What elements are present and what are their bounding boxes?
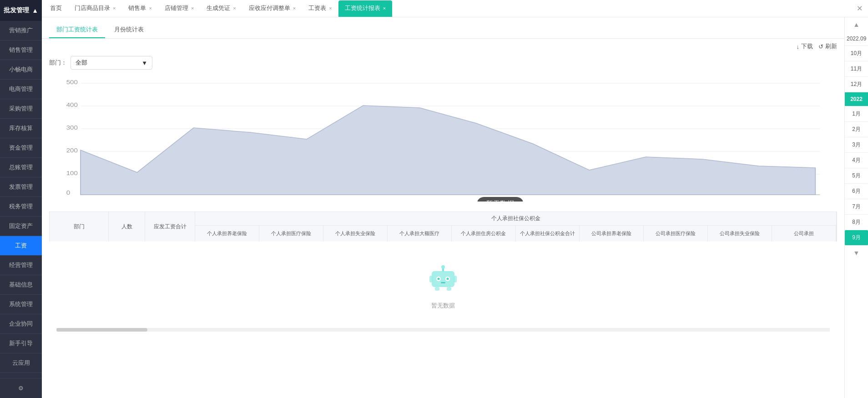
tab-店铺管理[interactable]: 店铺管理× [158,0,200,17]
right-panel-item-7月[interactable]: 7月 [845,199,868,215]
refresh-button[interactable]: ↺ 刷新 [818,42,837,50]
sidebar-item-系统管理[interactable]: 系统管理 [0,295,42,314]
tab-close-icon[interactable]: × [149,5,151,11]
sidebar-item-工资[interactable]: 工资 [0,236,42,256]
tab-close-all-icon[interactable]: ✕ [853,2,866,15]
sidebar-item-企业协同[interactable]: 企业协同 [0,314,42,334]
th-personal-medical: 个人承担医疗保险 [259,226,323,242]
empty-state: 暂无数据 [49,242,837,328]
sub-tab-部门工资统计表[interactable]: 部门工资统计表 [49,22,105,38]
download-button[interactable]: ↓ 下载 [797,42,813,50]
sidebar-item-采购管理[interactable]: 采购管理 [0,99,42,119]
tab-生成凭证[interactable]: 生成凭证× [200,0,242,17]
th-company-misc: 公司承担 [772,226,836,242]
tab-工资表[interactable]: 工资表× [302,0,338,17]
table-header: 部门 人数 应发工资合计 个人承担社保公积金 个人承担养老保险 个人承担医疗保险… [49,212,837,242]
salary-chart: 500 400 300 200 100 0 [49,79,837,202]
download-icon: ↓ [797,43,800,50]
svg-point-20 [447,278,449,280]
nav-down-icon[interactable]: ▼ [845,246,868,260]
right-panel-item-1月[interactable]: 1月 [845,106,868,122]
tab-bar: 首页门店商品目录×销售单×店铺管理×生成凭证×应收应付调整单×工资表×工资统计报… [42,0,868,17]
right-panel-item-4月[interactable]: 4月 [845,153,868,168]
sidebar-arrow-icon: ▲ [32,7,38,14]
th-personal-housing: 个人承担住房公积金 [452,226,516,242]
right-panel-item-2月[interactable]: 2月 [845,122,868,137]
filter-dept-label: 部门： [49,59,67,67]
sidebar-item-库存核算[interactable]: 库存核算 [0,119,42,138]
tab-应收应付调整单[interactable]: 应收应付调整单× [242,0,302,17]
empty-text: 暂无数据 [431,302,455,310]
right-panel-item-2022[interactable]: 2022 [845,92,868,106]
sidebar-item-税务管理[interactable]: 税务管理 [0,197,42,217]
right-panel-item-6月[interactable]: 6月 [845,184,868,199]
th-personal-major-medical: 个人承担大额医疗 [388,226,452,242]
sidebar-item-固定资产[interactable]: 固定资产 [0,217,42,236]
chevron-down-icon: ▼ [141,60,147,66]
empty-robot-icon [425,260,461,296]
tab-close-icon[interactable]: × [191,5,194,11]
th-personal-unemployment: 个人承担失业保险 [323,226,388,242]
svg-marker-12 [81,106,815,195]
settings-icon: ⚙ [18,385,24,392]
th-company-unemployment: 公司承担失业保险 [708,226,772,242]
sidebar-item-资金管理[interactable]: 资金管理 [0,138,42,158]
page-content: 部门工资统计表月份统计表 ↓ 下载 ↺ 刷新 部门： 全部 ▼ [42,17,844,398]
svg-text:300: 300 [66,125,78,131]
right-panel-item-5月[interactable]: 5月 [845,168,868,184]
svg-point-19 [438,278,440,280]
tab-close-icon[interactable]: × [383,5,386,11]
sidebar-item-小畅电商[interactable]: 小畅电商 [0,60,42,80]
sidebar-items: 营销推广销售管理小畅电商电商管理采购管理库存核算资金管理总账管理发票管理税务管理… [0,21,42,373]
right-panel-item-2022.09[interactable]: 2022.09 [845,32,868,46]
sidebar-item-销售管理[interactable]: 销售管理 [0,40,42,60]
tab-工资统计报表[interactable]: 工资统计报表× [338,0,392,17]
nav-up-icon[interactable]: ▲ [845,17,868,32]
sidebar-item-营销推广[interactable]: 营销推广 [0,21,42,40]
right-panel-item-8月[interactable]: 8月 [845,215,868,230]
tab-close-icon[interactable]: × [113,5,116,11]
svg-rect-21 [441,282,445,283]
sidebar-item-发票管理[interactable]: 发票管理 [0,177,42,197]
right-panel-item-10月[interactable]: 10月 [845,46,868,61]
scroll-thumb[interactable] [56,328,147,332]
tab-close-icon[interactable]: × [293,5,296,11]
main: 首页门店商品目录×销售单×店铺管理×生成凭证×应收应付调整单×工资表×工资统计报… [42,0,868,398]
sidebar-title: 批发管理 [4,6,29,15]
horizontal-scrollbar[interactable] [56,328,830,332]
tab-首页[interactable]: 首页 [44,0,68,17]
sidebar-item-总账管理[interactable]: 总账管理 [0,158,42,177]
svg-text:暂无数据: 暂无数据 [486,200,515,202]
right-panel-item-9月[interactable]: 9月 [845,230,868,246]
sidebar-footer[interactable]: ⚙ [0,378,42,398]
sidebar-item-新手引导[interactable]: 新手引导 [0,334,42,353]
th-personal-pension: 个人承担养老保险 [195,226,259,242]
th-group-personal-cells: 个人承担养老保险 个人承担医疗保险 个人承担失业保险 个人承担大额医疗 个人承担… [195,226,836,242]
sidebar-header[interactable]: 批发管理 ▲ [0,0,42,21]
svg-point-23 [441,265,445,269]
tab-close-icon[interactable]: × [329,5,332,11]
th-salary: 应发工资合计 [145,212,195,242]
svg-text:500: 500 [66,79,78,85]
sub-tab-月份统计表[interactable]: 月份统计表 [107,22,151,38]
sidebar-item-基础信息[interactable]: 基础信息 [0,275,42,295]
th-dept: 部门 [50,212,109,242]
chart-area: 500 400 300 200 100 0 [42,75,844,212]
filter-dept-value: 全部 [76,59,87,67]
tab-门店商品目录[interactable]: 门店商品目录× [68,0,122,17]
svg-text:200: 200 [66,147,78,153]
right-panel: ▲2022.0910月11月12月20221月2月3月4月5月6月7月8月9月▼ [844,17,868,398]
tab-销售单[interactable]: 销售单× [122,0,158,17]
sidebar-item-电商管理[interactable]: 电商管理 [0,80,42,99]
svg-rect-26 [435,287,439,291]
th-group-personal: 个人承担社保公积金 个人承担养老保险 个人承担医疗保险 个人承担失业保险 个人承… [195,212,837,242]
sidebar-item-经营管理[interactable]: 经营管理 [0,256,42,275]
tab-close-icon[interactable]: × [233,5,236,11]
sidebar-item-云应用[interactable]: 云应用 [0,353,42,373]
right-panel-item-11月[interactable]: 11月 [845,61,868,77]
svg-rect-24 [429,276,432,282]
filter-dept-select[interactable]: 全部 ▼ [71,56,152,70]
right-panel-item-12月[interactable]: 12月 [845,77,868,92]
right-panel-item-3月[interactable]: 3月 [845,137,868,153]
filter-bar: 部门： 全部 ▼ [42,54,844,75]
